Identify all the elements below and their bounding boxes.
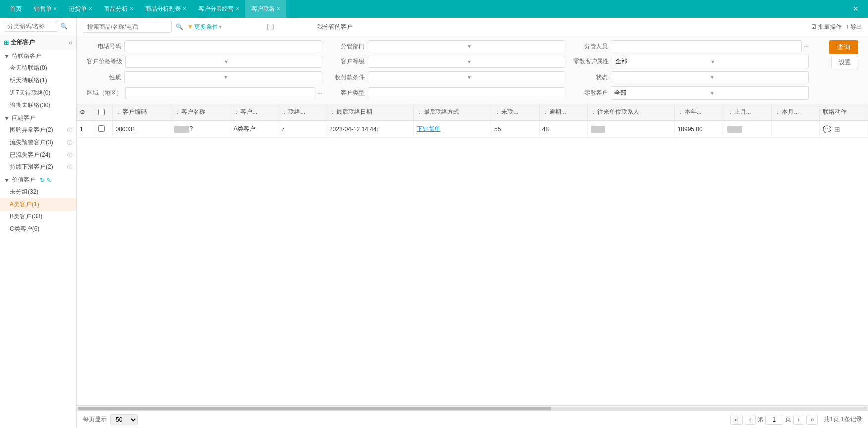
phone-input[interactable]	[124, 40, 322, 52]
select-all-checkbox[interactable]	[98, 109, 105, 115]
sidebar-item-declining[interactable]: 持续下滑客户(2) ⓘ	[0, 161, 76, 173]
status-select[interactable]: ▾	[611, 71, 809, 83]
sidebar-item-a-class[interactable]: A类客户(1)	[0, 198, 76, 211]
sidebar-item-tomorrow[interactable]: 明天待联络(1)	[0, 74, 76, 87]
more-filter-button[interactable]: ▼ 更多条件 ▾	[187, 23, 222, 31]
sidebar-item-declining-label: 持续下滑客户(2)	[10, 163, 53, 171]
th-this-year-label: 本年...	[685, 108, 702, 116]
triangle-icon: ▼	[4, 53, 10, 60]
page-input[interactable]	[765, 415, 783, 425]
payment-select[interactable]: ▾	[368, 71, 565, 83]
th-contact-person-sort: ：	[591, 108, 597, 116]
price-level-select[interactable]: ▾	[125, 56, 322, 68]
nav-tab-purchase[interactable]: 进货单 ×	[63, 0, 98, 18]
sidebar-search-icon[interactable]: 🔍	[60, 23, 68, 30]
settings-button[interactable]: 设置	[831, 56, 858, 69]
window-close-btn[interactable]: ×	[847, 4, 864, 14]
nav-tab-sales-close[interactable]: ×	[54, 5, 57, 12]
filter-icon: ▼	[187, 23, 193, 30]
nav-tab-purchase-label: 进货单	[69, 5, 87, 13]
nav-tab-sales-label: 销售单	[34, 5, 52, 13]
nav-tab-sales[interactable]: 销售单 ×	[28, 0, 63, 18]
nav-tab-analysis-close[interactable]: ×	[130, 5, 133, 12]
sidebar-item-churned[interactable]: 已流失客户(24) ⓘ	[0, 149, 76, 161]
manager-dots[interactable]: ···	[804, 43, 809, 50]
th-last-contact-method-sort: ：	[417, 108, 423, 116]
sidebar-item-overdue[interactable]: 逾期未联络(30)	[0, 99, 76, 111]
th-customer-name-sort: ：	[174, 108, 180, 116]
nav-home[interactable]: 首页	[4, 0, 28, 18]
customer-level-select[interactable]: ▾	[368, 56, 565, 68]
sidebar-group-value: ▼ 价值客户 ↻ ✎	[0, 173, 76, 186]
first-page-btn[interactable]: «	[730, 415, 743, 425]
nav-tab-purchase-close[interactable]: ×	[89, 5, 92, 12]
sidebar-item-c-class-label: C类客户(6)	[10, 225, 39, 233]
last-page-btn[interactable]: »	[806, 415, 818, 425]
next-page-btn[interactable]: ›	[793, 415, 804, 425]
sidebar-item-unclassified-label: 未分组(32)	[10, 188, 38, 196]
th-this-month-label: 本月...	[782, 108, 799, 116]
nav-tab-customer-contact-close[interactable]: ×	[277, 5, 280, 12]
customer-type-input[interactable]	[368, 87, 565, 99]
nav-tab-customer-tier[interactable]: 客户分层经营 ×	[192, 0, 245, 18]
filter-cell-customer-level: 客户等级 ▾	[326, 56, 569, 68]
th-customer-type: ： 客户...	[230, 104, 278, 121]
chat-action-btn[interactable]: 💬	[823, 125, 831, 133]
content-area: 🔍 ▼ 更多条件 ▾ 我分管的客户 ☑ 批量操作 ↑ 导出	[77, 18, 868, 428]
sidebar-item-b-class[interactable]: B类客户(33)	[0, 211, 76, 223]
td-checkbox	[95, 121, 112, 138]
retail-attr-select[interactable]: 全部 ▾	[612, 55, 809, 68]
refresh-icon[interactable]: ↻	[40, 177, 45, 184]
horizontal-scrollbar[interactable]	[77, 405, 868, 410]
region-input[interactable]	[125, 87, 315, 99]
sidebar-item-7days[interactable]: 近7天待联络(0)	[0, 87, 76, 99]
sidebar-all-customers[interactable]: ⊞ 全部客户 «	[0, 35, 76, 50]
nature-select[interactable]: ▾	[124, 71, 322, 83]
pagination-buttons: « ‹ 第 页 › » 共1页 1条记录	[730, 415, 862, 425]
sidebar-item-c-class[interactable]: C类客户(6)	[0, 223, 76, 235]
th-last-contact-date: ： 最后联络日期	[326, 104, 413, 121]
th-last-contact-date-label: 最后联络日期	[336, 108, 372, 116]
search-input[interactable]	[83, 21, 172, 33]
sidebar-item-hoarder[interactable]: 囤购异常客户(2) ⓘ	[0, 124, 76, 136]
th-customer-code-label: 客户编码	[123, 108, 147, 116]
my-customer-checkbox[interactable]	[226, 24, 315, 30]
qr-action-btn[interactable]: ⊞	[834, 125, 840, 133]
per-page-select[interactable]: 50 100 200	[110, 414, 138, 425]
sidebar-search-input[interactable]	[4, 21, 58, 32]
sidebar-item-churn-warning[interactable]: 流失预警客户(3) ⓘ	[0, 136, 76, 149]
nav-tab-customer-contact-label: 客户联络	[251, 5, 275, 13]
chevron-down-icon: ▾	[219, 23, 222, 30]
scrollbar-thumb	[78, 407, 551, 410]
my-customer-checkbox-label[interactable]: 我分管的客户	[226, 23, 353, 31]
nav-tab-analysis-list-close[interactable]: ×	[183, 5, 186, 12]
page-suffix: 页	[785, 415, 791, 424]
region-dots[interactable]: ···	[317, 90, 322, 97]
contact-method-link[interactable]: 下销货单	[417, 125, 440, 132]
last-month-blurred	[727, 126, 742, 133]
pending-group-label: 待联络客户	[12, 52, 42, 60]
edit-icon[interactable]: ✎	[46, 177, 51, 184]
query-button[interactable]: 查询	[829, 40, 858, 54]
export-button[interactable]: ↑ 导出	[846, 23, 862, 31]
nav-tab-analysis[interactable]: 商品分析 ×	[98, 0, 139, 18]
nav-tab-customer-tier-label: 客户分层经营	[198, 5, 234, 13]
dept-label: 分管部门	[330, 42, 365, 51]
nav-tab-customer-tier-close[interactable]: ×	[236, 5, 239, 12]
value-group-actions: ↻ ✎	[40, 177, 51, 184]
nav-tab-customer-contact[interactable]: 客户联络 ×	[245, 0, 286, 18]
sidebar-item-unclassified[interactable]: 未分组(32)	[0, 186, 76, 198]
filter-cell-region: 区域（地区） ···	[83, 87, 326, 99]
th-this-month: ： 本月...	[772, 104, 820, 121]
sidebar-item-today[interactable]: 今天待联络(0)	[0, 62, 76, 74]
settings-icon[interactable]: ⚙	[80, 109, 85, 116]
top-navigation: 首页 销售单 × 进货单 × 商品分析 × 商品分析列表 × 客户分层经营 × …	[0, 0, 868, 18]
retail-customer-select[interactable]: 全部 ▾	[611, 86, 809, 100]
nav-tab-analysis-list[interactable]: 商品分析列表 ×	[139, 0, 192, 18]
batch-op-button[interactable]: ☑ 批量操作	[811, 23, 842, 31]
search-button[interactable]: 🔍	[176, 23, 183, 30]
prev-page-btn[interactable]: ‹	[745, 415, 756, 425]
row-checkbox[interactable]	[98, 125, 105, 132]
manager-input[interactable]	[611, 40, 802, 52]
dept-select[interactable]: ▾	[368, 40, 565, 52]
